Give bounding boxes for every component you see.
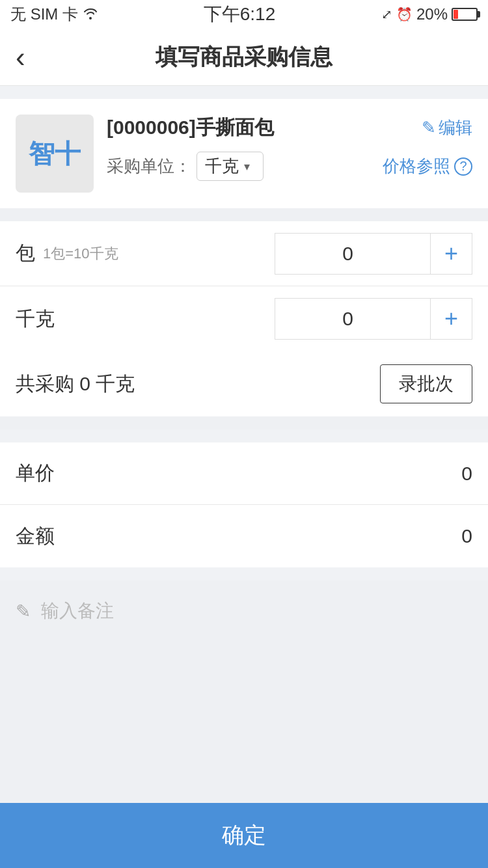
bao-label-group: 包 1包=10千克 [16, 240, 118, 267]
section-divider-1 [0, 208, 488, 221]
remark-placeholder: 输入备注 [41, 599, 114, 623]
edit-icon: ✎ [422, 118, 436, 138]
amount-value: 0 [461, 525, 472, 547]
edit-button[interactable]: ✎ 编辑 [422, 116, 472, 139]
bao-sublabel: 1包=10千克 [43, 244, 118, 264]
kg-label: 千克 [16, 306, 55, 332]
product-card: 智十 [0000006]手撕面包 ✎ 编辑 采购单位： 千克 ▾ [0, 99, 488, 208]
unit-price-value: 0 [461, 463, 472, 485]
info-icon: ? [454, 157, 472, 176]
status-left: 无 SIM 卡 [10, 4, 98, 25]
summary-row: 共采购 0 千克 录批次 [0, 351, 488, 416]
unit-value: 千克 [205, 155, 239, 178]
price-ref-button[interactable]: 价格参照 ? [383, 155, 472, 178]
product-logo: 智十 [29, 136, 81, 172]
back-button[interactable]: ‹ [16, 41, 25, 74]
kg-row: 千克 + [0, 286, 488, 351]
amount-row: 金额 0 [0, 505, 488, 567]
product-info: [0000006]手撕面包 ✎ 编辑 采购单位： 千克 ▾ 价格参照 ? [107, 115, 472, 181]
remark-section[interactable]: ✎ 输入备注 [0, 580, 488, 642]
pencil-icon: ✎ [16, 601, 31, 622]
battery-pct: 20% [416, 5, 448, 23]
nav-bar: ‹ 填写商品采购信息 [0, 29, 488, 86]
section-divider-2 [0, 416, 488, 429]
edit-label: 编辑 [439, 116, 472, 139]
unit-price-label: 单价 [16, 460, 55, 487]
amount-label: 金额 [16, 523, 55, 550]
wifi-icon [83, 5, 98, 23]
carrier-label: 无 SIM 卡 [10, 4, 78, 25]
bao-plus-button[interactable]: + [431, 233, 472, 275]
alarm-icon: ⏰ [396, 7, 413, 22]
confirm-button[interactable]: 确定 [0, 803, 488, 868]
bao-input-section: 包 1包=10千克 + 千克 + [0, 221, 488, 351]
kg-input-right: + [275, 298, 472, 340]
unit-select[interactable]: 千克 ▾ [197, 152, 264, 181]
product-name: [0000006]手撕面包 [107, 115, 274, 141]
bao-row: 包 1包=10千克 + [0, 221, 488, 286]
dropdown-arrow-icon: ▾ [244, 159, 250, 174]
page-title: 填写商品采购信息 [156, 42, 332, 72]
price-ref-label: 价格参照 [383, 155, 450, 178]
product-header: [0000006]手撕面包 ✎ 编辑 [107, 115, 472, 141]
battery-icon [452, 8, 478, 21]
kg-plus-button[interactable]: + [431, 298, 472, 340]
kg-input[interactable] [275, 298, 431, 340]
price-section: 单价 0 金额 0 [0, 442, 488, 567]
status-bar: 无 SIM 卡 下午6:12 ⤢ ⏰ 20% [0, 0, 488, 29]
product-image: 智十 [16, 115, 94, 193]
unit-prefix-label: 采购单位： [107, 155, 191, 178]
bao-input[interactable] [275, 233, 431, 275]
status-right: ⤢ ⏰ 20% [381, 5, 478, 23]
status-time: 下午6:12 [204, 2, 276, 27]
product-unit-row: 采购单位： 千克 ▾ 价格参照 ? [107, 152, 472, 181]
unit-price-row: 单价 0 [0, 442, 488, 505]
summary-text: 共采购 0 千克 [16, 371, 135, 398]
bao-input-right: + [275, 233, 472, 275]
record-batch-button[interactable]: 录批次 [380, 364, 472, 403]
location-icon: ⤢ [381, 7, 392, 22]
bao-label: 包 [16, 240, 35, 267]
kg-label-group: 千克 [16, 306, 94, 332]
